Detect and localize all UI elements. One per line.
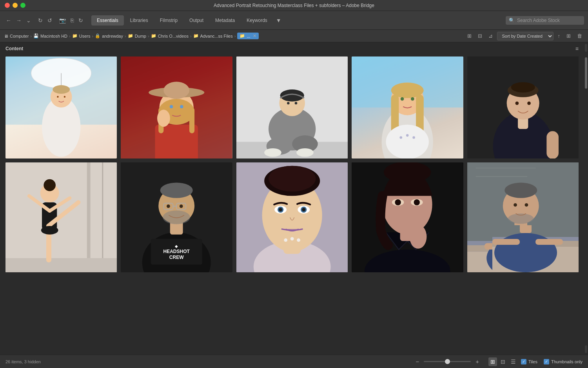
- forward-button[interactable]: →: [14, 16, 24, 25]
- thumbnails-checkbox[interactable]: ✓: [521, 359, 526, 364]
- tab-output[interactable]: Output: [184, 15, 209, 26]
- maximize-button[interactable]: [20, 3, 25, 8]
- sep-1: ›: [30, 34, 32, 38]
- photo-thumbnail-5: [467, 56, 579, 158]
- svg-text:◆: ◆: [175, 244, 178, 248]
- photo-item-4[interactable]: [352, 56, 463, 158]
- sep-7: ›: [234, 34, 236, 38]
- window-controls[interactable]: [5, 3, 25, 8]
- zoom-in-button[interactable]: +: [474, 358, 481, 365]
- breadcrumb-close-btn[interactable]: ✕: [253, 33, 256, 38]
- svg-point-18: [170, 105, 173, 108]
- zoom-out-button[interactable]: −: [414, 358, 421, 365]
- tab-keywords[interactable]: Keywords: [241, 15, 273, 26]
- svg-point-118: [505, 182, 537, 198]
- search-input[interactable]: [517, 18, 581, 23]
- photo-item-10[interactable]: [467, 162, 579, 272]
- grid-overlay-btn[interactable]: ⊞: [465, 32, 474, 40]
- breadcrumb-user[interactable]: 🔒 andrewday: [95, 33, 123, 38]
- hd-icon: 💾: [33, 33, 39, 38]
- svg-point-100: [384, 162, 431, 183]
- undo-button[interactable]: ↻: [36, 16, 45, 25]
- breadcrumb-users[interactable]: 📁 Users: [72, 33, 91, 38]
- breadcrumb-bar: 🖥 Computer › 💾 Macintosh HD › 📁 Users › …: [0, 30, 588, 42]
- breadcrumb-computer[interactable]: 🖥 Computer: [4, 34, 29, 38]
- history-button[interactable]: ⌄: [24, 16, 33, 25]
- sep-3: ›: [92, 34, 93, 38]
- filmstrip-view-button[interactable]: ⊟: [499, 357, 507, 366]
- photo-item-3[interactable]: [236, 56, 348, 158]
- computer-icon: 🖥: [4, 34, 8, 38]
- breadcrumb-current[interactable]: 📁 ... ✕: [237, 33, 258, 39]
- photo-item-5[interactable]: [467, 56, 579, 158]
- breadcrumb-files[interactable]: 📁 Advanc...ss Files: [193, 33, 233, 38]
- photo-thumbnail-2: [121, 56, 232, 158]
- files-folder-icon: 📁: [193, 33, 199, 38]
- svg-point-89: [279, 208, 282, 211]
- zoom-control: − + ⊞ ⊟ ☰ ✓ Tiles ✓ Thumbnails only: [414, 357, 583, 366]
- grid-alt-btn[interactable]: ⊟: [476, 32, 484, 40]
- svg-point-121: [524, 203, 528, 207]
- breadcrumb-hd[interactable]: 💾 Macintosh HD: [33, 33, 67, 38]
- grid-view-button[interactable]: ⊞: [488, 357, 497, 366]
- refresh-button[interactable]: ↻: [76, 16, 85, 25]
- delete-button[interactable]: 🗑: [575, 32, 584, 40]
- window-title: Advanced Portrait Retouching Masterclass…: [214, 3, 374, 8]
- photo-item-9[interactable]: [352, 162, 463, 272]
- photo-thumbnail-9: [352, 162, 463, 272]
- breadcrumb-dump[interactable]: 📁 Dump: [128, 33, 146, 38]
- svg-rect-17: [189, 107, 194, 133]
- breadcrumb-videos[interactable]: 📁 Chris O...videos: [151, 33, 189, 38]
- sort-direction-btn[interactable]: ↑: [556, 32, 563, 40]
- photo-item-2[interactable]: [121, 56, 232, 158]
- photo-thumbnail-8: [236, 162, 348, 272]
- zoom-slider[interactable]: [424, 361, 471, 362]
- sort-select[interactable]: Sort by Date Created Sort by Filename So…: [497, 32, 554, 40]
- svg-point-79: [167, 204, 170, 208]
- more-tabs-button[interactable]: ▼: [274, 16, 284, 25]
- svg-text:CREW: CREW: [169, 255, 184, 260]
- search-icon: 🔍: [509, 18, 515, 23]
- sep-2: ›: [69, 34, 71, 38]
- view-toggle-btn[interactable]: ⊞: [564, 32, 573, 40]
- svg-point-41: [386, 125, 429, 158]
- photo-item-6[interactable]: [5, 162, 117, 272]
- photo-item-1[interactable]: [5, 56, 117, 158]
- tab-libraries[interactable]: Libraries: [125, 15, 154, 26]
- filter-button[interactable]: ⊿: [486, 32, 495, 40]
- camera-button[interactable]: 📷: [57, 16, 68, 25]
- svg-point-31: [295, 102, 298, 105]
- tiles-checkbox[interactable]: ✓: [544, 359, 549, 364]
- photo-item-7[interactable]: ◆ HEADSHOT CREW: [121, 162, 232, 272]
- minimize-button[interactable]: [13, 3, 18, 8]
- content-menu-icon[interactable]: ≡: [575, 46, 579, 52]
- scrollbar[interactable]: [584, 42, 588, 355]
- svg-point-38: [391, 83, 424, 98]
- user-icon: 🔒: [95, 33, 100, 38]
- content-label: Content: [5, 46, 23, 51]
- close-button[interactable]: [5, 3, 10, 8]
- svg-point-104: [414, 199, 420, 205]
- tab-filmstrip[interactable]: Filmstrip: [154, 15, 183, 26]
- copy-button[interactable]: ⎘: [69, 16, 76, 25]
- svg-rect-106: [414, 230, 417, 241]
- main-panel: Content ≡: [0, 42, 584, 355]
- content-area: Content ≡: [0, 42, 588, 355]
- svg-point-44: [413, 136, 416, 139]
- tab-essentials[interactable]: Essentials: [91, 15, 124, 26]
- svg-point-43: [406, 134, 409, 137]
- svg-point-94: [290, 237, 294, 240]
- back-button[interactable]: ←: [4, 16, 13, 25]
- photo-item-8[interactable]: [236, 162, 348, 272]
- svg-point-42: [400, 136, 403, 139]
- thumbnails-only-toggle[interactable]: ✓ Tiles: [521, 359, 537, 364]
- list-view-button[interactable]: ☰: [509, 357, 518, 366]
- redo-button[interactable]: ↺: [45, 16, 54, 25]
- svg-rect-107: [418, 229, 422, 241]
- svg-rect-130: [535, 239, 563, 245]
- photo-thumbnail-7: ◆ HEADSHOT CREW: [121, 162, 232, 272]
- search-box[interactable]: 🔍: [506, 16, 584, 25]
- tab-metadata[interactable]: Metadata: [210, 15, 240, 26]
- sep-4: ›: [125, 34, 126, 38]
- tiles-toggle[interactable]: ✓ Thumbnails only: [544, 359, 583, 364]
